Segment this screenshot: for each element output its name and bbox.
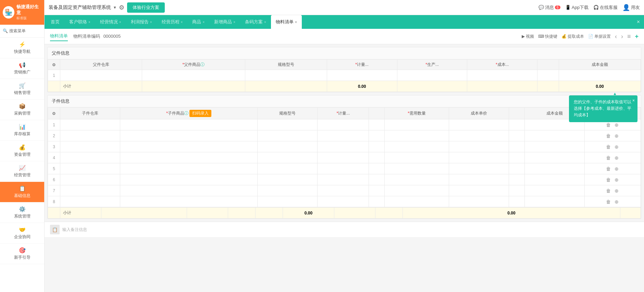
child-row-2-warehouse[interactable] xyxy=(60,130,120,141)
child-row-1-spec[interactable] xyxy=(258,119,318,130)
child-row-8-unit[interactable] xyxy=(318,196,369,207)
copy-icon-4[interactable]: ⊕ xyxy=(613,154,620,161)
child-row-6-unit[interactable] xyxy=(318,174,369,185)
parent-row-1-product[interactable] xyxy=(142,70,245,81)
tab-new-product[interactable]: 新增商品 × xyxy=(209,15,240,29)
sidebar-item-marketing[interactable]: 📢 营销推广 xyxy=(0,58,44,79)
copy-icon-7[interactable]: ⊕ xyxy=(613,187,620,194)
child-row-8-product[interactable] xyxy=(120,196,258,207)
trial-button[interactable]: 体验行业方案 xyxy=(127,2,165,13)
delete-icon-8[interactable]: 🗑 xyxy=(605,198,612,205)
child-row-4-product[interactable] xyxy=(120,152,258,163)
search-menu[interactable]: 🔍 搜索菜单 xyxy=(0,25,44,38)
tab-profit[interactable]: 利润报告 × xyxy=(126,15,157,29)
tab-operation-close[interactable]: × xyxy=(119,20,121,24)
child-row-7-product[interactable] xyxy=(120,185,258,196)
child-row-5-product[interactable] xyxy=(120,163,258,174)
child-row-2-unit-cost[interactable] xyxy=(449,130,509,141)
tab-customer[interactable]: 客户联络 × xyxy=(64,15,95,29)
child-row-6-qty[interactable] xyxy=(385,174,449,185)
child-row-3-spec[interactable] xyxy=(258,141,318,152)
child-row-4-qty[interactable] xyxy=(385,152,449,163)
sidebar-item-finance[interactable]: 💰 资金管理 xyxy=(0,141,44,161)
sidebar-item-operation[interactable]: 📈 经营管理 xyxy=(0,161,44,182)
sidebar-item-collab[interactable]: 🤝 企业协同 xyxy=(0,223,44,244)
sidebar-item-inventory[interactable]: 📊 库存核算 xyxy=(0,120,44,141)
sidebar-item-quicknav[interactable]: ⚡ 快捷导航 xyxy=(0,38,44,58)
copy-icon-8[interactable]: ⊕ xyxy=(613,198,620,205)
child-row-6-spec[interactable] xyxy=(258,174,318,185)
tab-home[interactable]: 首页 xyxy=(46,15,64,29)
online-service-item[interactable]: 🎧 在线客服 xyxy=(593,4,618,11)
child-row-3-warehouse[interactable] xyxy=(60,141,120,152)
action-video[interactable]: ▶ 视频 xyxy=(522,34,534,39)
child-row-4-unit[interactable] xyxy=(318,152,369,163)
delete-icon-5[interactable]: 🗑 xyxy=(605,165,612,172)
child-row-1-unit[interactable] xyxy=(318,119,369,130)
sub-tab-bom[interactable]: 物料清单 xyxy=(50,32,68,41)
child-row-4-warehouse[interactable] xyxy=(60,152,120,163)
message-item[interactable]: 💬 消息 6 xyxy=(538,4,560,11)
child-row-3-unit-cost[interactable] xyxy=(449,141,509,152)
child-row-7-spec[interactable] xyxy=(258,185,318,196)
tab-new-product-close[interactable]: × xyxy=(233,20,235,24)
tab-history-close[interactable]: × xyxy=(181,20,183,24)
child-row-2-qty[interactable] xyxy=(385,130,449,141)
child-row-3-qty[interactable] xyxy=(385,141,449,152)
dropdown-arrow-icon[interactable]: ▾ xyxy=(114,5,116,10)
tab-product-close[interactable]: × xyxy=(202,20,205,24)
tab-product[interactable]: 商品 × xyxy=(187,15,209,29)
sidebar-item-sales[interactable]: 🛒 销售管理 xyxy=(0,79,44,100)
child-row-8-spec[interactable] xyxy=(258,196,318,207)
settings-icon[interactable]: ⚙ xyxy=(119,4,124,11)
child-row-7-warehouse[interactable] xyxy=(60,185,120,196)
child-row-7-unit-cost[interactable] xyxy=(449,185,509,196)
nav-list-btn[interactable]: ≡ xyxy=(627,33,631,40)
parent-row-1-cost[interactable] xyxy=(467,70,537,81)
delete-icon-1[interactable]: 🗑 xyxy=(605,121,612,128)
delete-icon-4[interactable]: 🗑 xyxy=(605,154,612,161)
tab-profit-close[interactable]: × xyxy=(150,20,152,24)
parent-row-1-warehouse[interactable] xyxy=(60,70,142,81)
scan-button[interactable]: 扫码录入 xyxy=(189,110,211,117)
child-row-7-qty[interactable] xyxy=(385,185,449,196)
tab-barcode[interactable]: 条码方案 × xyxy=(240,15,271,29)
delete-icon-7[interactable]: 🗑 xyxy=(605,187,612,194)
tooltip-close-btn[interactable]: × xyxy=(632,97,635,104)
tab-bom[interactable]: 物料清单 × xyxy=(271,15,302,29)
child-row-2-unit[interactable] xyxy=(318,130,369,141)
delete-icon-3[interactable]: 🗑 xyxy=(605,143,612,150)
sidebar-item-guide[interactable]: 🎯 新手引导 xyxy=(0,244,44,264)
child-row-5-unit-cost[interactable] xyxy=(449,163,509,174)
app-download-item[interactable]: 📱 App下载 xyxy=(565,4,589,11)
parent-row-1-produce[interactable] xyxy=(397,70,467,81)
sidebar-item-system[interactable]: ⚙️ 系统管理 xyxy=(0,202,44,223)
parent-col-setting[interactable]: ⚙ xyxy=(48,60,60,70)
copy-icon-6[interactable]: ⊕ xyxy=(613,176,620,183)
child-col-setting[interactable]: ⚙ xyxy=(48,108,60,119)
user-item[interactable]: 👤 用友 xyxy=(622,4,640,11)
action-cost[interactable]: 💰 提取成本 xyxy=(561,34,584,39)
child-row-5-spec[interactable] xyxy=(258,163,318,174)
tab-customer-close[interactable]: × xyxy=(88,20,90,24)
child-row-5-unit[interactable] xyxy=(318,163,369,174)
nav-next-btn[interactable]: › xyxy=(621,33,623,40)
sidebar-item-basic[interactable]: 📋 基础信息 xyxy=(0,182,44,202)
child-row-6-warehouse[interactable] xyxy=(60,174,120,185)
child-row-1-product[interactable] xyxy=(120,119,258,130)
tab-operation[interactable]: 经营情况 × xyxy=(95,15,126,29)
child-row-4-unit-cost[interactable] xyxy=(449,152,509,163)
delete-icon-6[interactable]: 🗑 xyxy=(605,176,612,183)
child-row-3-unit[interactable] xyxy=(318,141,369,152)
tab-history[interactable]: 经营历程 × xyxy=(157,15,188,29)
copy-icon-3[interactable]: ⊕ xyxy=(613,143,620,150)
child-row-7-unit[interactable] xyxy=(318,185,369,196)
child-row-6-product[interactable] xyxy=(120,174,258,185)
nav-add-btn[interactable]: + xyxy=(635,33,639,40)
copy-icon-1[interactable]: ⊕ xyxy=(613,121,620,128)
child-row-8-warehouse[interactable] xyxy=(60,196,120,207)
nav-prev-btn[interactable]: ‹ xyxy=(615,33,617,40)
child-row-8-unit-cost[interactable] xyxy=(449,196,509,207)
action-doc-settings[interactable]: 📄 单据设置 xyxy=(588,34,611,39)
copy-icon-5[interactable]: ⊕ xyxy=(613,165,620,172)
